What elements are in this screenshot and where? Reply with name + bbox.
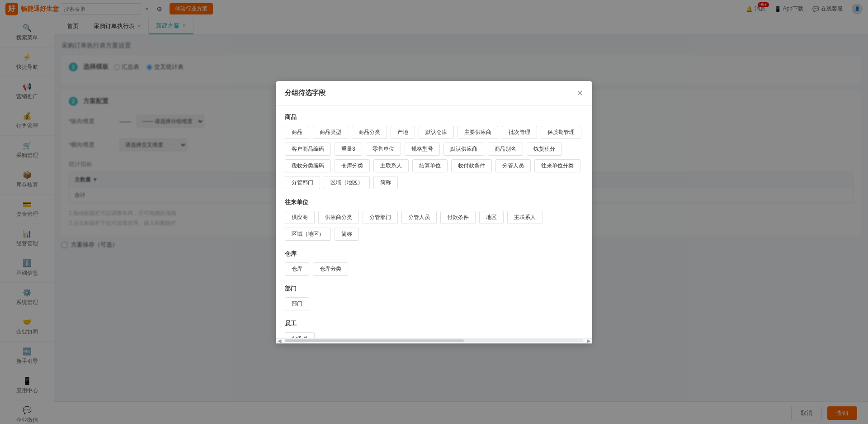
modal-header: 分组待选字段 ✕ bbox=[276, 81, 592, 106]
field-tag-goods-17[interactable]: 主联系人 bbox=[373, 159, 409, 172]
section-partner: 往来单位 供应商 供应商分类 分管部门 分管人员 付款条件 地区 主联系人 区域… bbox=[285, 198, 583, 241]
field-tag-partner-2[interactable]: 分管部门 bbox=[363, 211, 398, 224]
field-tag-partner-8[interactable]: 简称 bbox=[335, 228, 359, 241]
field-tag-goods-10[interactable]: 零售单位 bbox=[366, 143, 401, 156]
field-tag-goods-8[interactable]: 客户商品编码 bbox=[285, 143, 331, 156]
field-tag-goods-0[interactable]: 商品 bbox=[285, 126, 309, 139]
field-tag-goods-9[interactable]: 重量3 bbox=[335, 143, 362, 156]
section-dept-title: 部门 bbox=[285, 285, 583, 293]
field-tag-goods-18[interactable]: 结算单位 bbox=[412, 159, 448, 172]
field-tag-partner-6[interactable]: 主联系人 bbox=[507, 211, 542, 224]
field-selection-modal: 分组待选字段 ✕ 商品 商品 商品类型 商品分类 产地 默认仓库 主要供应商 批… bbox=[276, 81, 592, 343]
dept-field-grid: 部门 bbox=[285, 297, 583, 310]
field-tag-goods-21[interactable]: 往来单位分类 bbox=[534, 159, 580, 172]
field-tag-goods-19[interactable]: 收付款条件 bbox=[451, 159, 492, 172]
field-tag-employee-0[interactable]: 业务员 bbox=[285, 332, 315, 338]
field-tag-warehouse-0[interactable]: 仓库 bbox=[285, 262, 309, 276]
field-tag-goods-5[interactable]: 主要供应商 bbox=[458, 126, 498, 139]
field-tag-goods-6[interactable]: 批次管理 bbox=[502, 126, 537, 139]
field-tag-partner-7[interactable]: 区域（地区） bbox=[285, 228, 331, 241]
field-tag-goods-4[interactable]: 默认仓库 bbox=[419, 126, 454, 139]
field-tag-goods-3[interactable]: 产地 bbox=[391, 126, 415, 139]
field-tag-partner-0[interactable]: 供应商 bbox=[285, 211, 315, 224]
section-partner-title: 往来单位 bbox=[285, 198, 583, 206]
field-tag-partner-4[interactable]: 付款条件 bbox=[440, 211, 476, 224]
field-tag-goods-13[interactable]: 商品别名 bbox=[488, 143, 523, 156]
section-goods-title: 商品 bbox=[285, 113, 583, 121]
field-tag-goods-11[interactable]: 规格型号 bbox=[405, 143, 440, 156]
section-employee: 员工 业务员 bbox=[285, 319, 583, 338]
modal-body: 商品 商品 商品类型 商品分类 产地 默认仓库 主要供应商 批次管理 保质期管理… bbox=[276, 106, 592, 338]
scroll-right-arrow[interactable]: ▶ bbox=[587, 338, 592, 344]
section-goods: 商品 商品 商品类型 商品分类 产地 默认仓库 主要供应商 批次管理 保质期管理… bbox=[285, 113, 583, 189]
field-tag-goods-24[interactable]: 简称 bbox=[373, 176, 398, 189]
horizontal-scrollbar[interactable] bbox=[285, 339, 583, 342]
field-tag-warehouse-1[interactable]: 仓库分类 bbox=[313, 262, 348, 276]
hscroll-thumb bbox=[285, 339, 464, 342]
field-tag-goods-2[interactable]: 商品分类 bbox=[352, 126, 387, 139]
field-tag-partner-3[interactable]: 分管人员 bbox=[401, 211, 437, 224]
field-tag-goods-1[interactable]: 商品类型 bbox=[313, 126, 348, 139]
field-tag-goods-14[interactable]: 炼货积分 bbox=[527, 143, 562, 156]
field-tag-goods-22[interactable]: 分管部门 bbox=[285, 176, 320, 189]
field-tag-goods-16[interactable]: 仓库分类 bbox=[335, 159, 370, 172]
scroll-left-arrow[interactable]: ◀ bbox=[276, 338, 281, 344]
field-tag-goods-7[interactable]: 保质期管理 bbox=[541, 126, 581, 139]
modal-overlay: 分组待选字段 ✕ 商品 商品 商品类型 商品分类 产地 默认仓库 主要供应商 批… bbox=[0, 0, 868, 424]
field-tag-goods-23[interactable]: 区域（地区） bbox=[324, 176, 370, 189]
field-tag-dept-0[interactable]: 部门 bbox=[285, 297, 309, 310]
goods-field-grid: 商品 商品类型 商品分类 产地 默认仓库 主要供应商 批次管理 保质期管理 客户… bbox=[285, 126, 583, 189]
field-tag-partner-5[interactable]: 地区 bbox=[479, 211, 504, 224]
modal-close-icon[interactable]: ✕ bbox=[576, 88, 583, 98]
section-dept: 部门 部门 bbox=[285, 285, 583, 310]
field-tag-goods-15[interactable]: 税收分类编码 bbox=[285, 159, 331, 172]
warehouse-field-grid: 仓库 仓库分类 bbox=[285, 262, 583, 276]
partner-field-grid: 供应商 供应商分类 分管部门 分管人员 付款条件 地区 主联系人 区域（地区） … bbox=[285, 211, 583, 241]
field-tag-goods-12[interactable]: 默认供应商 bbox=[443, 143, 484, 156]
modal-scroll-bottom: ◀ ▶ bbox=[276, 338, 592, 343]
employee-field-grid: 业务员 bbox=[285, 332, 583, 338]
field-tag-partner-1[interactable]: 供应商分类 bbox=[318, 211, 359, 224]
section-warehouse: 仓库 仓库 仓库分类 bbox=[285, 250, 583, 276]
section-warehouse-title: 仓库 bbox=[285, 250, 583, 258]
field-tag-goods-20[interactable]: 分管人员 bbox=[495, 159, 531, 172]
modal-title: 分组待选字段 bbox=[285, 89, 326, 97]
section-employee-title: 员工 bbox=[285, 319, 583, 328]
